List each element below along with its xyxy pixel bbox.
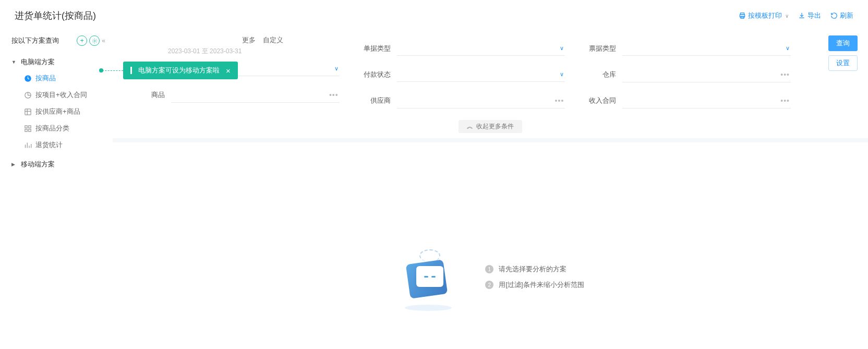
collapse-label: 收起更多条件	[476, 122, 514, 131]
grid-icon	[24, 108, 32, 116]
more-icon: •••	[780, 97, 790, 105]
svg-rect-7	[25, 125, 27, 127]
sidebar: 按以下方案查询 + « ▼ 电脑端方案	[0, 29, 113, 349]
refresh-button[interactable]: 刷新	[830, 11, 853, 20]
filter-label: 商品	[123, 90, 171, 100]
double-chevron-up-icon: ︽	[467, 122, 473, 131]
tooltip-dot-icon	[99, 68, 103, 73]
filter-date-range: 2023-03-01 至 2023-03-31	[164, 47, 340, 56]
collapse-filters-button[interactable]: ︽ 收起更多条件	[459, 120, 522, 133]
tree-item-label: 按商品	[35, 74, 56, 83]
tree-item-label: 按供应商+商品	[35, 107, 80, 116]
tooltip-text: 电脑方案可设为移动方案啦	[138, 66, 220, 75]
printer-icon	[739, 12, 746, 19]
bars-icon	[24, 141, 32, 149]
svg-rect-8	[29, 125, 31, 127]
tooltip-bar-icon	[130, 67, 132, 74]
query-button[interactable]: 查询	[828, 35, 858, 51]
clock-icon	[24, 75, 32, 82]
filter-label: 仓库	[574, 70, 622, 79]
more-icon: •••	[329, 91, 339, 99]
tree-item-by-product-category[interactable]: 按商品分类	[24, 120, 105, 137]
settings-scheme-button[interactable]	[89, 35, 100, 46]
filter-warehouse-picker[interactable]: •••	[622, 67, 791, 82]
add-scheme-button[interactable]: +	[77, 35, 87, 46]
refresh-label: 刷新	[840, 11, 853, 20]
gear-icon	[92, 38, 98, 44]
filter-more-link[interactable]: 更多	[242, 35, 256, 45]
svg-point-3	[94, 40, 95, 42]
filter-doc-type: 单据类型 ∨	[349, 35, 565, 62]
chevron-down-icon: ∨	[560, 45, 564, 52]
filter-doc-type-select[interactable]: ∨	[397, 41, 565, 56]
tree-group-label: 移动端方案	[21, 160, 55, 169]
tree-group-desktop: ▼ 电脑端方案 按商品 按项目+收入合同	[11, 54, 105, 153]
filter-receipt-type: 票据类型 ∨	[574, 35, 791, 62]
step-text: 请先选择要分析的方案	[499, 264, 566, 274]
export-label: 导出	[807, 11, 821, 20]
filter-custom-link[interactable]: 自定义	[263, 35, 283, 45]
tree-group-mobile-header[interactable]: ▶ 移动端方案	[11, 157, 105, 172]
print-template-button[interactable]: 按模板打印 ∨	[739, 11, 789, 20]
tree-item-label: 按项目+收入合同	[35, 90, 87, 100]
svg-rect-6	[25, 109, 31, 114]
tree-item-label: 退货统计	[35, 140, 63, 150]
tree-group-desktop-header[interactable]: ▼ 电脑端方案	[11, 54, 105, 70]
category-icon	[24, 125, 32, 133]
filter-payment-status-select[interactable]: ∨	[397, 67, 565, 82]
svg-rect-10	[29, 129, 31, 131]
filter-income-contract-picker[interactable]: •••	[622, 93, 791, 109]
empty-step-2: 2 用[过滤]条件来缩小分析范围	[485, 280, 584, 290]
empty-step-1: 1 请先选择要分析的方案	[485, 264, 584, 274]
filter-label: 收入合同	[574, 96, 622, 105]
more-icon: •••	[780, 70, 790, 79]
filter-income-contract: 收入合同 •••	[574, 88, 791, 114]
export-button[interactable]: 导出	[798, 11, 821, 20]
chevron-down-icon: ∨	[785, 13, 789, 19]
section-divider	[113, 138, 868, 142]
filter-payment-status: 付款状态 ∨	[349, 62, 565, 88]
step-badge: 1	[485, 265, 493, 273]
filter-label: 付款状态	[349, 70, 397, 79]
tooltip-close-button[interactable]: ×	[226, 66, 231, 75]
tree-item-by-product[interactable]: 按商品	[24, 70, 105, 87]
filter-warehouse: 仓库 •••	[574, 62, 791, 88]
filter-supplier-picker[interactable]: •••	[397, 93, 565, 109]
more-icon: •••	[555, 97, 564, 105]
chevron-down-icon: ∨	[560, 71, 564, 78]
caret-down-icon: ▼	[11, 59, 17, 65]
collapse-sidebar-icon[interactable]: «	[102, 37, 105, 44]
filter-label: 单据类型	[349, 44, 397, 53]
export-icon	[798, 12, 805, 19]
refresh-icon	[830, 12, 838, 19]
chart-icon	[24, 91, 32, 99]
page-header: 进货单统计(按商品) 按模板打印 ∨ 导出 刷新	[0, 0, 868, 29]
chevron-down-icon: ∨	[786, 45, 790, 52]
settings-button[interactable]: 设置	[828, 55, 858, 71]
filter-product: 商品 •••	[123, 82, 340, 108]
tree-group-label: 电脑端方案	[21, 57, 55, 67]
tree-item-by-supplier-product[interactable]: 按供应商+商品	[24, 103, 105, 120]
tree-item-return-stats[interactable]: 退货统计	[24, 137, 105, 153]
filter-supplier: 供应商 •••	[349, 88, 565, 114]
step-badge: 2	[485, 281, 493, 289]
filter-label: 供应商	[349, 96, 397, 105]
tree-item-by-project-contract[interactable]: 按项目+收入合同	[24, 87, 105, 103]
tree-group-mobile: ▶ 移动端方案	[11, 157, 105, 172]
filter-label: 票据类型	[574, 44, 622, 53]
caret-right-icon: ▶	[11, 162, 17, 167]
svg-rect-9	[25, 129, 27, 131]
sidebar-title: 按以下方案查询	[11, 36, 59, 45]
filter-product-picker[interactable]: •••	[171, 88, 340, 103]
empty-illustration	[396, 243, 469, 311]
page-title: 进货单统计(按商品)	[15, 9, 96, 22]
chevron-down-icon: ∨	[334, 65, 339, 72]
header-actions: 按模板打印 ∨ 导出 刷新	[739, 11, 853, 20]
tree-item-label: 按商品分类	[35, 124, 69, 133]
filter-receipt-type-select[interactable]: ∨	[622, 41, 791, 56]
mobile-scheme-tooltip: 电脑方案可设为移动方案啦 ×	[123, 62, 238, 79]
empty-state: 1 请先选择要分析的方案 2 用[过滤]条件来缩小分析范围	[113, 142, 868, 349]
step-text: 用[过滤]条件来缩小分析范围	[499, 280, 584, 290]
print-label: 按模板打印	[748, 11, 782, 20]
